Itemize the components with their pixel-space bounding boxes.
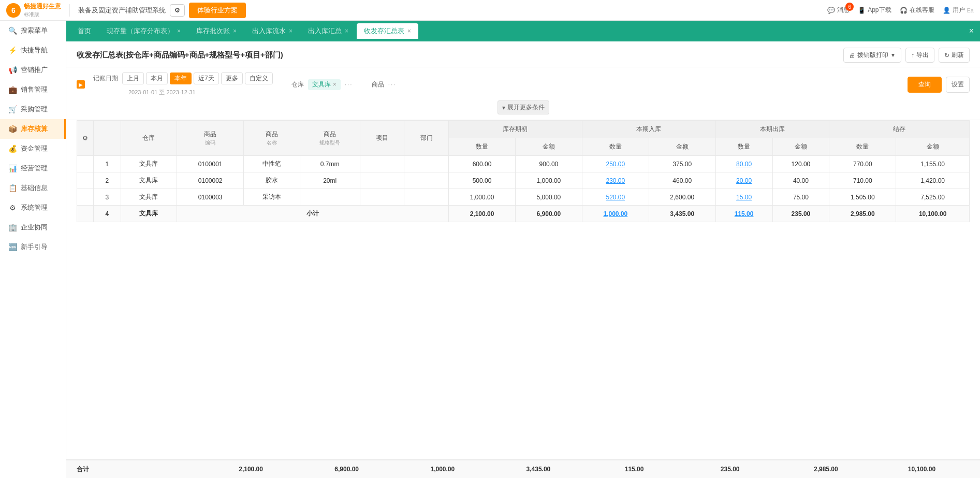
sidebar-item-search[interactable]: 🔍 搜索菜单 (0, 21, 66, 40)
tab-in-out-summary[interactable]: 出入库汇总 × (301, 23, 356, 39)
row-settings[interactable] (77, 156, 94, 172)
warehouse-label: 仓库 (291, 80, 304, 89)
mobile-icon: 📱 (858, 7, 866, 14)
row-settings[interactable] (77, 189, 94, 206)
sidebar-item-inventory[interactable]: 📦 库存核算 (0, 119, 66, 139)
subtotal-open-amount: 6,900.00 (515, 206, 582, 222)
row-out-qty[interactable]: 80.00 (715, 156, 772, 172)
date-btn-last-month[interactable]: 上月 (122, 73, 144, 84)
row-out-amount: 40.00 (772, 172, 829, 189)
row-in-qty[interactable]: 520.00 (582, 189, 649, 206)
settings-sidebar-button[interactable]: 设置 (946, 77, 970, 93)
tab-in-out-flow[interactable]: 出入库流水 × (245, 23, 300, 39)
date-btn-this-month[interactable]: 本月 (146, 73, 168, 84)
sidebar-item-enterprise[interactable]: 🏢 企业协同 (0, 218, 66, 237)
goods-label: 商品 (372, 80, 384, 89)
sidebar-item-sales[interactable]: 💼 销售管理 (0, 80, 66, 99)
app-download-button[interactable]: 📱 App下载 (858, 6, 891, 15)
export-button[interactable]: ↑ 导出 (905, 48, 934, 63)
tab-in-out-flow-close[interactable]: × (289, 27, 292, 35)
date-btn-custom[interactable]: 自定义 (245, 73, 273, 84)
refresh-button[interactable]: ↻ 刷新 (939, 48, 970, 63)
col-goods-spec-header: 商品规格型号 (300, 121, 360, 156)
tab-inventory-dist[interactable]: 现存量（库存分布表） × (99, 23, 188, 39)
col-goods-code-header: 商品编码 (177, 121, 244, 156)
brand-name: 畅捷通好生意 (24, 2, 61, 11)
col-project-header: 项目 (360, 121, 404, 156)
date-btn-more[interactable]: 更多 (221, 73, 243, 84)
footer-open-qty: 2,100.00 (203, 466, 299, 473)
col-dept-header: 部门 (404, 121, 449, 156)
sidebar-item-system[interactable]: ⚙ 系统管理 (0, 198, 66, 218)
row-out-qty[interactable]: 15.00 (715, 189, 772, 206)
trial-button[interactable]: 体验行业方案 (189, 3, 246, 18)
row-settings[interactable] (77, 172, 94, 189)
inventory-icon: 📦 (8, 125, 17, 133)
col-close-qty-header: 数量 (829, 138, 896, 156)
headset-icon: 🎧 (900, 7, 908, 14)
sidebar-item-guide[interactable]: 🆕 新手引导 (0, 237, 66, 257)
row-warehouse: 文具库 (121, 172, 177, 189)
warehouse-filter-tag[interactable]: 文具库 × (308, 79, 341, 90)
row-out-amount: 75.00 (772, 189, 829, 206)
tab-batch-ledger-close[interactable]: × (233, 27, 237, 35)
goods-filter-more[interactable]: ··· (388, 81, 397, 88)
tab-in-out-summary-close[interactable]: × (345, 27, 348, 35)
row-in-amount: 460.00 (649, 172, 715, 189)
warehouse-tag-close[interactable]: × (333, 81, 337, 88)
table-row: 2 文具库 0100002 胶水 20ml 500.00 1,000.00 23… (77, 172, 970, 189)
tab-recv-send-summary[interactable]: 收发存汇总表 × (357, 23, 418, 39)
tab-home[interactable]: 首页 (70, 23, 98, 39)
sidebar-label-system: 系统管理 (21, 203, 48, 212)
tab-inventory-dist-close[interactable]: × (177, 27, 181, 35)
footer-close-amount: 10,100.00 (874, 466, 970, 473)
sidebar-item-marketing[interactable]: 📢 营销推广 (0, 60, 66, 80)
subtotal-out-qty[interactable]: 115.00 (715, 206, 772, 222)
col-in-qty-header: 数量 (582, 138, 649, 156)
row-in-qty[interactable]: 250.00 (582, 156, 649, 172)
sidebar-item-operations[interactable]: 📊 经营管理 (0, 158, 66, 178)
row-in-qty[interactable]: 230.00 (582, 172, 649, 189)
row-in-amount: 2,600.00 (649, 189, 715, 206)
row-no: 1 (94, 156, 121, 172)
date-btn-7days[interactable]: 近7天 (194, 73, 219, 84)
date-btn-this-year[interactable]: 本年 (170, 73, 192, 84)
sidebar-item-quicknav[interactable]: ⚡ 快捷导航 (0, 40, 66, 60)
print-button[interactable]: 🖨 拨销版打印 ▼ (843, 48, 901, 63)
sidebar-item-basicinfo[interactable]: 📋 基础信息 (0, 178, 66, 198)
col-closing-header: 结存 (829, 121, 970, 138)
row-out-qty[interactable]: 20.00 (715, 172, 772, 189)
user-button[interactable]: 👤 用户 Ea (943, 6, 974, 15)
subtotal-row: 4 文具库 小计 2,100.00 6,900.00 1,000.00 3,43… (77, 206, 970, 222)
subtotal-settings (77, 206, 94, 222)
footer-in-qty: 1,000.00 (394, 466, 490, 473)
sidebar-item-purchase[interactable]: 🛒 采购管理 (0, 99, 66, 119)
subtotal-close-amount: 10,100.00 (896, 206, 970, 222)
finance-icon: 💰 (8, 144, 17, 153)
row-close-amount: 1,155.00 (896, 156, 970, 172)
brand-edition: 标准版 (24, 11, 61, 18)
online-service-button[interactable]: 🎧 在线客服 (900, 6, 934, 15)
col-close-amount-header: 金额 (896, 138, 970, 156)
subtotal-in-qty[interactable]: 1,000.00 (582, 206, 649, 222)
row-open-qty: 1,000.00 (449, 189, 516, 206)
system-name: 装备及固定资产辅助管理系统 (78, 6, 166, 15)
toggle-filter-button[interactable]: ▶ (77, 80, 85, 89)
quicknav-icon: ⚡ (8, 46, 17, 54)
sidebar-label-sales: 销售管理 (21, 85, 48, 94)
sidebar-item-finance[interactable]: 💰 资金管理 (0, 139, 66, 158)
page-title: 收发存汇总表(按仓库+商品编码+商品+规格型号+项目+部门) (77, 50, 283, 60)
expand-more-conditions-button[interactable]: ▾ 展开更多条件 (498, 100, 549, 114)
col-settings-header[interactable]: ⚙ (77, 121, 94, 156)
close-all-tabs-button[interactable]: × (969, 26, 974, 36)
guide-icon: 🆕 (8, 243, 17, 251)
message-button[interactable]: 💬 消息 6 (827, 6, 850, 15)
operations-icon: 📊 (8, 164, 17, 172)
tab-recv-send-summary-close[interactable]: × (407, 27, 411, 35)
tab-batch-ledger[interactable]: 库存批次账 × (189, 23, 244, 39)
expand-icon: ▾ (502, 104, 505, 111)
query-button[interactable]: 查询 (908, 77, 942, 93)
system-settings-button[interactable]: ⚙ (170, 4, 185, 17)
warehouse-filter-more[interactable]: ··· (345, 81, 353, 88)
col-out-qty-header: 数量 (715, 138, 772, 156)
